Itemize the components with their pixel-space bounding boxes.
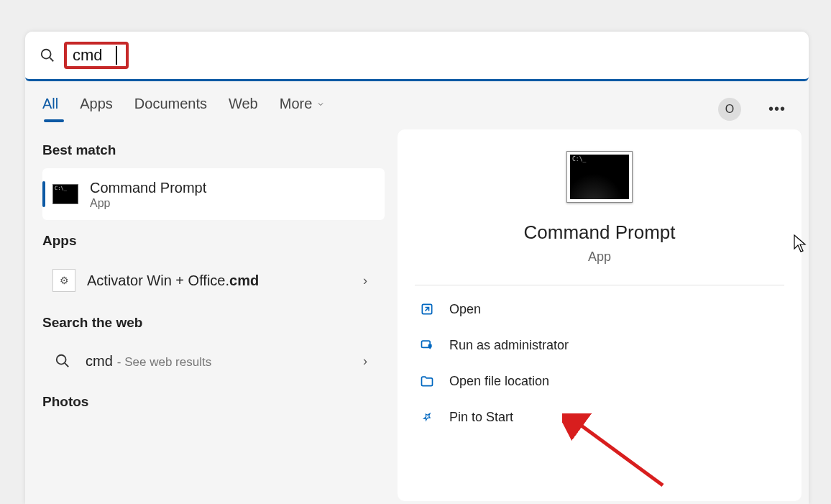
svg-line-1 [50, 58, 53, 61]
tab-more[interactable]: More [280, 96, 326, 122]
result-title: cmd - See web results [86, 352, 356, 370]
tab-web[interactable]: Web [229, 96, 258, 122]
filter-tabs: All Apps Documents Web More O ••• [25, 81, 809, 122]
svg-point-0 [42, 50, 51, 59]
search-input[interactable] [73, 46, 116, 65]
section-apps: Apps [42, 220, 385, 259]
result-title: Activator Win + Office.cmd [87, 271, 356, 290]
search-highlight-annotation [64, 42, 129, 69]
search-bar[interactable] [25, 32, 809, 81]
action-pin-to-start[interactable]: Pin to Start [415, 399, 784, 435]
action-label: Run as administrator [449, 338, 569, 353]
section-photos: Photos [42, 381, 385, 420]
chevron-right-icon: › [356, 354, 375, 369]
preview-title: Command Prompt [524, 221, 676, 244]
action-open[interactable]: Open [415, 291, 784, 327]
tab-apps[interactable]: Apps [80, 96, 113, 122]
chevron-right-icon: › [356, 273, 375, 288]
result-title: Command Prompt [90, 178, 375, 197]
result-activator[interactable]: ⚙ Activator Win + Office.cmd › [42, 259, 385, 302]
action-open-file-location[interactable]: Open file location [415, 363, 784, 399]
text-caret [116, 46, 117, 65]
command-prompt-large-icon [566, 151, 633, 203]
admin-shield-icon [419, 337, 435, 353]
results-list: Best match Command Prompt App Apps ⚙ Act… [32, 129, 385, 501]
divider [415, 285, 784, 285]
result-subtitle: App [90, 197, 375, 210]
command-prompt-icon [52, 184, 78, 204]
action-label: Pin to Start [449, 410, 513, 425]
action-label: Open [449, 302, 481, 317]
svg-point-2 [57, 355, 66, 365]
action-run-as-admin[interactable]: Run as administrator [415, 327, 784, 363]
svg-line-3 [65, 363, 68, 367]
results-area: Best match Command Prompt App Apps ⚙ Act… [25, 122, 809, 501]
folder-icon [419, 373, 435, 389]
section-best-match: Best match [42, 129, 385, 168]
action-label: Open file location [449, 374, 549, 389]
start-search-panel: All Apps Documents Web More O ••• Best m… [25, 32, 809, 504]
user-avatar[interactable]: O [718, 98, 741, 121]
tab-all[interactable]: All [42, 96, 58, 122]
result-web-search[interactable]: cmd - See web results › [42, 341, 385, 381]
preview-subtitle: App [588, 249, 611, 265]
search-icon [40, 47, 55, 63]
tab-more-label: More [280, 96, 313, 112]
gear-icon: ⚙ [52, 269, 75, 292]
chevron-down-icon [316, 100, 325, 109]
search-icon [52, 351, 73, 371]
section-search-web: Search the web [42, 302, 385, 341]
pin-icon [419, 409, 435, 425]
tab-documents[interactable]: Documents [134, 96, 207, 122]
result-command-prompt[interactable]: Command Prompt App [42, 168, 385, 220]
open-icon [419, 301, 435, 317]
overflow-menu-icon[interactable]: ••• [763, 101, 791, 117]
preview-pane: Command Prompt App Open Run as administr… [398, 129, 802, 501]
